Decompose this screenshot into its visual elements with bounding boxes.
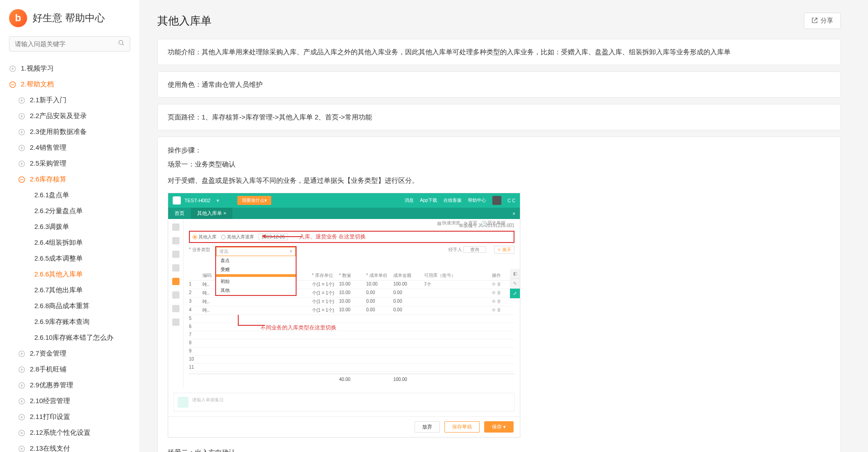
nav-label: 2.9优惠券管理 [30,381,73,390]
nav-2-6-10[interactable]: 2.6.10库存账本错了怎么办 [9,330,130,346]
ss-nav-icon [172,291,179,299]
plus-icon [18,366,25,373]
ss-btn-save: 保存 ▾ [484,421,514,433]
nav-label: 2.10经营管理 [30,397,70,405]
panel-text: 其他入库单用来处理除采购入库、产成品入库之外的其他入库业务，因此其他入库单可处理… [202,48,731,56]
table-row: 4吨..个(1 = 1个)10.000.000.00⊕ 🗑 [189,306,514,315]
ss-annotation-1: 入库、退货业务 在这里切换 [299,233,366,241]
ss-tool-history: 🕓 历史单据 [481,220,505,226]
ss-note-box: 请输入单据备注 [174,393,514,412]
ss-nav-icon [172,237,179,244]
nav-2-6-1[interactable]: 2.6.1盘点单 [9,187,130,203]
nav-2-13[interactable]: 2.13在线支付 [9,441,130,452]
nav-2-5[interactable]: 2.5采购管理 [9,156,130,171]
nav-label: 2.12系统个性化设置 [30,428,90,437]
ss-footer: 放弃 保存草稿 保存 ▾ [168,416,520,437]
nav-2-2[interactable]: 2.2产品安装及登录 [9,108,130,124]
scene2-title: 场景二：出入方向确认 [168,448,830,452]
nav-label: 2.6.9库存账本查询 [34,318,90,326]
ss-right-icon: ✎ [510,279,520,289]
share-button[interactable]: 分享 [804,13,841,29]
ss-radio-in: 其他入库 [193,234,217,240]
nav-2-4[interactable]: 2.4销售管理 [9,140,130,156]
ss-right-panel: ◧ ✎ ⤢ [510,269,520,299]
nav-label: 1.视频学习 [21,64,54,73]
search-input[interactable] [9,36,130,52]
ss-type-row: 其他入库 其他入库退库 2019-12-26 入库、退货业务 在这里切换 [189,231,514,243]
nav-label: 2.6.4组装拆卸单 [34,238,83,247]
nav-label: 2.2产品安装及登录 [30,112,87,120]
ss-toolbar: ▤ 快速浏览 ⟳ 首页 🕓 历史单据 ⋯ [437,220,514,226]
nav-label: 2.6.6其他入库单 [34,270,83,279]
nav-label: 2.6.8商品成本重算 [34,302,90,310]
nav-2-9[interactable]: 2.9优惠券管理 [9,377,130,393]
ss-right-icon: ◧ [510,269,520,279]
ss-btn-cancel: 放弃 [415,421,440,433]
table-row: 10 [189,356,514,364]
plus-icon [18,414,25,421]
nav-label: 2.6.10库存账本错了怎么办 [34,333,113,342]
plus-icon [18,97,25,104]
arrow-icon [266,236,302,237]
nav-label: 2.6.1盘点单 [34,191,69,200]
panel-label: 使用角色： [168,81,202,88]
nav-label: 2.8手机旺铺 [30,365,66,374]
plus-icon [9,65,16,72]
nav-2-10[interactable]: 2.10经营管理 [9,393,130,409]
nav-label: 2.5采购管理 [30,159,66,168]
ss-dd-opt: 盘点 [216,256,296,265]
panel-text: 1、库存核算->库存管理->其他入库单 2、首页->常用功能 [202,113,372,121]
nav-tree: 1.视频学习 2.帮助文档 2.1新手入门 2.2产品安装及登录 2.3使用前数… [9,61,130,452]
nav-2-6-9[interactable]: 2.6.9库存账本查询 [9,314,130,330]
ss-note-ph: 请输入单据备注 [192,397,224,408]
content-panel: 操作步骤： 场景一：业务类型确认 对于受赠、盘盈或是拆装入库等不同的业务，是通过… [157,137,841,452]
close-icon: × [508,209,520,218]
table-row: 3吨..个(1 = 1个)10.000.000.00⊕ 🗑 [189,298,514,306]
ss-nav-icon-active [172,278,179,285]
scene1-title: 场景一：业务类型确认 [168,160,830,169]
nav-label: 2.7资金管理 [30,349,66,358]
ss-top-help: 帮助中心 [468,197,486,204]
plus-icon [18,128,25,136]
panel-role: 使用角色：通常由仓管人员维护 [157,71,841,98]
nav-video[interactable]: 1.视频学习 [9,61,130,76]
nav-2-6-3[interactable]: 2.6.3调拨单 [9,219,130,235]
note-icon [178,397,189,408]
logo: b 好生意 帮助中心 [9,9,130,27]
panel-path: 页面路径：1、库存核算->库存管理->其他入库单 2、首页->常用功能 [157,104,841,130]
table-row: 11 [189,364,514,372]
nav-2-11[interactable]: 2.11打印设置 [9,409,130,425]
panel-feature: 功能介绍：其他入库单用来处理除采购入库、产成品入库之外的其他入库业务，因此其他入… [157,39,841,65]
panel-label: 功能介绍： [168,48,202,56]
nav-2-6-7[interactable]: 2.6.7其他出库单 [9,282,130,298]
nav-2-6-4[interactable]: 2.6.4组装拆卸单 [9,235,130,251]
sidebar: b 好生意 帮助中心 1.视频学习 2.帮助文档 2.1新手入门 2.2产品安装… [0,0,139,452]
ss-nav-icon [172,264,179,271]
plus-icon [18,398,25,405]
ss-topbar: TEST-H002 ▾ 我要做什么▾ 消息 App下载 在线客服 帮助中心 C … [168,193,520,208]
ss-dropdown: 请选∨ 盘点 受赠 初始 其他 [215,246,297,296]
nav-docs[interactable]: 2.帮助文档 [9,76,130,92]
ss-top-service: 在线客服 [443,197,462,204]
nav-2-6-6[interactable]: 2.6.6其他入库单 [9,266,130,282]
nav-2-6-8[interactable]: 2.6.8商品成本重算 [9,298,130,314]
nav-label: 2.6.3调拨单 [34,223,69,231]
page-header: 其他入库单 分享 [157,13,841,29]
nav-2-7[interactable]: 2.7资金管理 [9,346,130,362]
nav-2-1[interactable]: 2.1新手入门 [9,92,130,108]
nav-label: 2.4销售管理 [30,143,66,152]
nav-2-6-2[interactable]: 2.6.2分量盘点单 [9,203,130,219]
scene1-text: 对于受赠、盘盈或是拆装入库等不同的业务，是通过单据头【业务类型】进行区分。 [168,174,830,186]
ss-annotation-2: 不同业务的入库类型在这里切换 [260,324,336,332]
plus-icon [18,445,25,452]
nav-2-6-5[interactable]: 2.6.5成本调整单 [9,251,130,266]
panel-label: 页面路径： [168,113,202,121]
ss-top-app: App下载 [420,197,437,204]
nav-2-6[interactable]: 2.6库存核算 [9,171,130,187]
ss-nav-icon [172,251,179,258]
nav-2-12[interactable]: 2.12系统个性化设置 [9,425,130,441]
nav-2-8[interactable]: 2.8手机旺铺 [9,362,130,377]
nav-label: 2.1新手入门 [30,96,66,105]
nav-2-3[interactable]: 2.3使用前数据准备 [9,124,130,140]
ss-top-user: C C [508,198,515,203]
